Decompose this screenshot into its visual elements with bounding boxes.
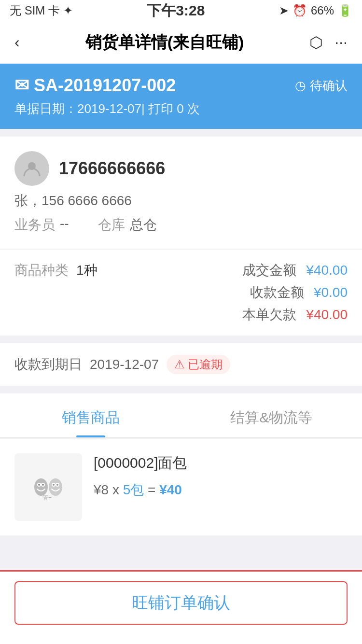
nav-bar: ‹ 销货单详情(来自旺铺) ⬡ ··· xyxy=(0,21,362,64)
tab-sales-label: 销售商品 xyxy=(62,409,120,425)
alarm-icon: ⏰ xyxy=(292,4,307,17)
order-date-value: 2019-12-07 xyxy=(77,101,141,116)
avatar xyxy=(14,151,49,186)
overdue-badge: ⚠ 已逾期 xyxy=(167,355,230,374)
warehouse-label: 仓库 xyxy=(98,216,125,234)
page-title: 销货单详情(来自旺铺) xyxy=(85,31,244,54)
bottom-bar: 旺铺订单确认 xyxy=(0,570,362,644)
warehouse-item: 仓库 总仓 xyxy=(98,216,157,234)
product-type-label: 商品种类 xyxy=(14,261,69,280)
owed-amount-label: 本单欠款 xyxy=(242,306,296,324)
overdue-icon: ⚠ xyxy=(174,358,185,371)
summary-section: 商品种类 1种 成交金额 ¥40.00 收款金额 ¥0.00 本单欠款 ¥40.… xyxy=(0,250,362,336)
product-type-value: 1种 xyxy=(76,261,97,280)
confirm-order-button[interactable]: 旺铺订单确认 xyxy=(14,581,348,625)
product-details: [0000002]面包 ¥8 x 5包 = ¥40 xyxy=(94,453,348,499)
customer-phone: 17666666666 xyxy=(59,158,165,179)
due-date-label: 收款到期日 xyxy=(14,355,82,374)
overdue-text: 已逾期 xyxy=(188,357,223,372)
order-icon: ✉ xyxy=(14,75,29,96)
total-price: ¥40 xyxy=(159,482,182,497)
tab-settlement-label: 结算&物流等 xyxy=(230,409,312,425)
print-info: | 打印 0 次 xyxy=(141,101,200,116)
svg-point-4 xyxy=(38,484,40,486)
customer-name-text: 张 xyxy=(14,193,28,208)
back-button[interactable]: ‹ xyxy=(14,33,20,51)
order-header-card: ✉ SA-20191207-002 ◷ 待确认 单据日期：2019-12-07|… xyxy=(0,64,362,129)
equals-sign: = xyxy=(144,482,159,497)
carrier-text: 无 SIM 卡 ✦ xyxy=(10,3,73,18)
deal-amount-row: 成交金额 ¥40.00 xyxy=(242,261,348,280)
quantity-highlight: 5包 xyxy=(123,482,144,497)
owed-amount-row: 本单欠款 ¥40.00 xyxy=(242,306,348,324)
product-type-info: 商品种类 1种 xyxy=(14,261,97,280)
order-number: ✉ SA-20191207-002 xyxy=(14,75,176,96)
customer-name-phone: 张，156 6666 6666 xyxy=(14,192,348,210)
product-price: ¥8 x 5包 = ¥40 xyxy=(94,481,348,499)
svg-point-5 xyxy=(42,484,44,486)
nav-right: ⬡ ··· xyxy=(309,33,348,52)
battery-text: 66% xyxy=(311,4,334,17)
navigation-icon: ➤ xyxy=(279,4,289,17)
customer-contact-phone: 156 6666 6666 xyxy=(42,193,132,208)
tab-settlement[interactable]: 结算&物流等 xyxy=(181,393,362,437)
share-button[interactable]: ⬡ xyxy=(309,33,323,52)
svg-point-10 xyxy=(56,484,58,486)
more-button[interactable]: ··· xyxy=(334,33,348,51)
status-text: 待确认 xyxy=(310,77,348,94)
deal-amount-label: 成交金额 xyxy=(242,261,296,280)
sales-rep-label: 业务员 xyxy=(14,216,55,234)
received-amount-row: 收款金额 ¥0.00 xyxy=(250,283,348,302)
deal-amount-value: ¥40.00 xyxy=(306,263,348,278)
customer-section: 17666666666 张，156 6666 6666 业务员 -- 仓库 总仓 xyxy=(0,137,362,249)
status-right: ➤ ⏰ 66% 🔋 xyxy=(279,4,352,17)
status-bar: 无 SIM 卡 ✦ 下午3:28 ➤ ⏰ 66% 🔋 xyxy=(0,0,362,21)
received-amount-value: ¥0.00 xyxy=(314,285,348,300)
due-date-section: 收款到期日 2019-12-07 ⚠ 已逾期 xyxy=(0,343,362,386)
warehouse-value: 总仓 xyxy=(130,216,157,234)
sales-rep-value: -- xyxy=(60,216,69,234)
status-clock-icon: ◷ xyxy=(295,78,306,93)
status-left: 无 SIM 卡 ✦ xyxy=(10,3,73,18)
product-item: 管+ [0000002]面包 ¥8 x 5包 = ¥40 xyxy=(0,439,362,535)
order-status: ◷ 待确认 xyxy=(295,77,348,94)
svg-point-1 xyxy=(34,478,48,496)
tabs-section: 销售商品 结算&物流等 xyxy=(0,393,362,438)
svg-text:管+: 管+ xyxy=(42,494,52,501)
amount-info: 成交金额 ¥40.00 收款金额 ¥0.00 本单欠款 ¥40.00 xyxy=(242,261,348,324)
received-amount-label: 收款金额 xyxy=(250,283,304,302)
order-number-text: SA-20191207-002 xyxy=(34,75,176,96)
due-date-value: 2019-12-07 xyxy=(90,357,159,372)
battery-icon: 🔋 xyxy=(338,4,352,17)
date-label: 单据日期： xyxy=(14,101,77,116)
svg-point-6 xyxy=(49,478,62,496)
order-date-line: 单据日期：2019-12-07| 打印 0 次 xyxy=(14,100,348,117)
customer-meta: 业务员 -- 仓库 总仓 xyxy=(14,216,348,234)
product-thumbnail: 管+ xyxy=(14,453,82,521)
tab-sales-products[interactable]: 销售商品 xyxy=(0,393,181,437)
nav-left: ‹ xyxy=(14,33,20,51)
status-time: 下午3:28 xyxy=(147,1,205,21)
svg-point-9 xyxy=(53,484,55,486)
sales-rep-item: 业务员 -- xyxy=(14,216,69,234)
product-name: [0000002]面包 xyxy=(94,453,348,473)
unit-price: ¥8 x xyxy=(94,482,123,497)
owed-amount-value: ¥40.00 xyxy=(306,307,348,322)
